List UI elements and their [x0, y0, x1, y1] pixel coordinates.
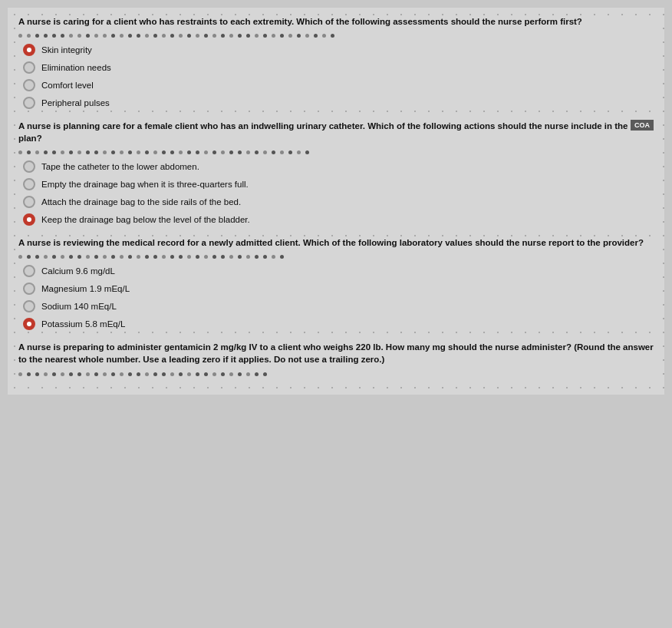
- dot: [137, 34, 140, 38]
- dot: [120, 255, 124, 259]
- dot: [44, 255, 48, 259]
- dot: [221, 372, 225, 376]
- radio-button[interactable]: [23, 160, 35, 173]
- dot: [212, 150, 216, 154]
- dot: [69, 372, 73, 376]
- dot: [212, 34, 216, 38]
- radio-button[interactable]: [23, 213, 35, 226]
- dot: [263, 34, 267, 38]
- radio-button[interactable]: [23, 61, 35, 74]
- question-1-text: A nurse is caring for a client who has r…: [18, 15, 654, 28]
- dot: [18, 372, 22, 376]
- dot: [27, 255, 31, 259]
- option-label: Attach the drainage bag to the side rail…: [41, 197, 241, 207]
- dot: [187, 34, 191, 38]
- dot: [94, 255, 98, 259]
- dot: [69, 150, 73, 154]
- options-list-3: Calcium 9.6 mg/dL Magnesium 1.9 mEq/L So…: [23, 265, 654, 330]
- dot: [305, 150, 309, 154]
- dot: [86, 150, 90, 154]
- dot: [44, 34, 48, 38]
- dot: [246, 34, 250, 38]
- radio-button[interactable]: [23, 79, 35, 91]
- dot: [246, 150, 250, 154]
- dot: [44, 150, 48, 154]
- dot: [212, 372, 216, 376]
- dot: [170, 34, 174, 38]
- dot: [196, 34, 199, 38]
- dot: [280, 255, 284, 259]
- correct-badge: COA: [631, 120, 654, 131]
- option-item[interactable]: Comfort level: [23, 79, 654, 91]
- dot: [77, 34, 81, 38]
- dot: [103, 255, 107, 259]
- dot: [153, 150, 157, 154]
- radio-button[interactable]: [23, 283, 35, 295]
- dot: [187, 372, 191, 376]
- dot: [255, 34, 259, 38]
- dot: [170, 255, 174, 259]
- dot: [162, 255, 166, 259]
- dot: [179, 34, 183, 38]
- dot: [297, 150, 301, 154]
- dot: [137, 255, 140, 259]
- option-item[interactable]: Keep the drainage bag below the level of…: [23, 213, 654, 226]
- option-item[interactable]: Magnesium 1.9 mEq/L: [23, 283, 654, 295]
- question-4-text: A nurse is preparing to administer genta…: [18, 341, 654, 365]
- option-item[interactable]: Elimination needs: [23, 61, 654, 74]
- dot: [314, 34, 318, 38]
- radio-button[interactable]: [23, 300, 35, 312]
- radio-button[interactable]: [23, 196, 35, 208]
- dot: [153, 255, 157, 259]
- radio-button[interactable]: [23, 97, 35, 109]
- option-item[interactable]: Skin integrity: [23, 44, 654, 56]
- dot: [322, 34, 326, 38]
- dot: [120, 372, 124, 376]
- option-item[interactable]: Potassium 5.8 mEq/L: [23, 318, 654, 330]
- question-4: A nurse is preparing to administer genta…: [18, 341, 654, 375]
- option-item[interactable]: Tape the catheter to the lower abdomen.: [23, 160, 654, 173]
- option-label: Magnesium 1.9 mEq/L: [41, 284, 130, 293]
- dots-row-2: [18, 150, 654, 154]
- dot: [204, 255, 208, 259]
- dot: [128, 34, 132, 38]
- dot: [238, 34, 242, 38]
- option-label: Skin integrity: [41, 45, 92, 55]
- option-item[interactable]: Attach the drainage bag to the side rail…: [23, 196, 654, 208]
- dot: [229, 255, 233, 259]
- dot: [137, 372, 140, 376]
- dot: [52, 34, 56, 38]
- question-2: COA A nurse is planning care for a femal…: [18, 120, 654, 226]
- dot: [272, 150, 275, 154]
- dot: [145, 150, 149, 154]
- radio-button[interactable]: [23, 318, 35, 330]
- radio-button[interactable]: [23, 265, 35, 277]
- options-list-1: Skin integrity Elimination needs Comfort…: [23, 44, 654, 109]
- dot: [27, 150, 31, 154]
- dot: [221, 150, 225, 154]
- option-item[interactable]: Sodium 140 mEq/L: [23, 300, 654, 312]
- dot: [35, 255, 39, 259]
- dot: [18, 150, 22, 154]
- dot: [86, 255, 90, 259]
- radio-button[interactable]: [23, 44, 35, 56]
- option-item[interactable]: Empty the drainage bag when it is three-…: [23, 178, 654, 190]
- dot: [170, 372, 174, 376]
- option-label: Elimination needs: [41, 63, 111, 72]
- dot: [238, 372, 242, 376]
- option-label: Peripheral pulses: [41, 98, 110, 107]
- dot: [27, 34, 31, 38]
- option-item[interactable]: Calcium 9.6 mg/dL: [23, 265, 654, 277]
- dot: [272, 255, 275, 259]
- dot: [94, 150, 98, 154]
- dot: [246, 372, 250, 376]
- dot: [204, 150, 208, 154]
- dot: [255, 255, 259, 259]
- dot: [229, 372, 233, 376]
- dot: [35, 150, 39, 154]
- option-item[interactable]: Peripheral pulses: [23, 97, 654, 109]
- dot: [103, 150, 107, 154]
- radio-button[interactable]: [23, 178, 35, 190]
- dot: [128, 255, 132, 259]
- dot: [69, 255, 73, 259]
